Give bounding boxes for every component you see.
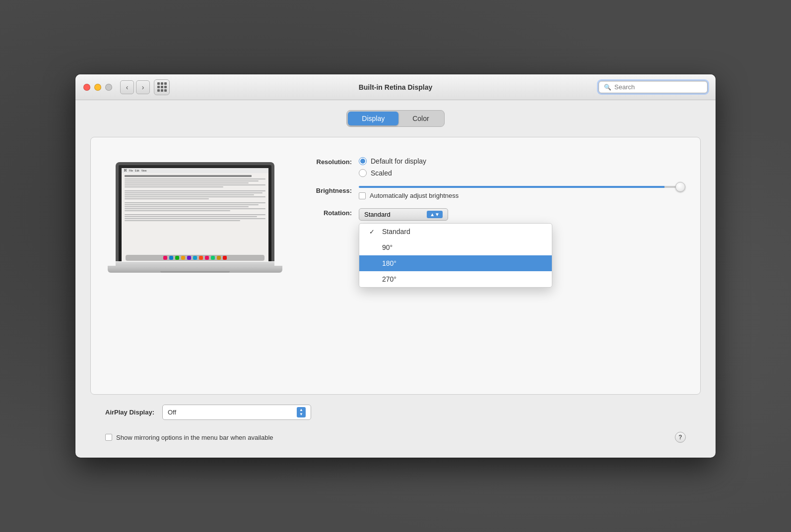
rotation-180-label: 180° — [382, 259, 396, 267]
up-arrow-icon: ▲ — [299, 408, 303, 412]
mirroring-checkbox[interactable] — [105, 434, 112, 441]
slider-thumb[interactable] — [675, 182, 685, 192]
minimize-button[interactable] — [94, 84, 101, 91]
rotation-option-180[interactable]: 180° — [359, 255, 552, 271]
rotation-standard-label: Standard — [382, 228, 410, 236]
auto-brightness-row[interactable]: Automatically adjust brightness — [359, 192, 680, 199]
rotation-option-270[interactable]: 270° — [359, 271, 552, 287]
tabs-row: Display Color — [90, 110, 701, 127]
checkmark-standard: ✓ — [369, 228, 377, 236]
macbook-base — [108, 266, 282, 273]
laptop-illustration: ⌘ File Edit View — [111, 152, 279, 283]
airplay-select[interactable]: Off ▲ ▼ — [162, 405, 311, 420]
tab-group: Display Color — [346, 110, 444, 127]
window-title: Built-in Retina Display — [359, 83, 433, 91]
search-box[interactable]: 🔍 — [598, 81, 708, 93]
resolution-row: Resolution: Default for display — [299, 157, 680, 177]
radio-default-inner — [360, 159, 365, 164]
rotation-current-value: Standard — [364, 211, 391, 218]
forward-button[interactable]: › — [136, 80, 150, 94]
mirroring-label: Show mirroring options in the menu bar w… — [116, 434, 273, 441]
down-arrow-icon: ▼ — [299, 413, 303, 416]
radio-scaled-circle[interactable] — [359, 169, 367, 177]
rotation-90-label: 90° — [382, 243, 393, 251]
rotation-row: Rotation: Standard ▲▼ ✓ — [299, 208, 680, 221]
resolution-option-default[interactable]: Default for display — [359, 157, 680, 165]
close-button[interactable] — [83, 84, 90, 91]
radio-default-circle[interactable] — [359, 157, 367, 165]
maximize-button[interactable] — [105, 84, 112, 91]
tab-color[interactable]: Color — [398, 112, 443, 125]
macbook-screen: ⌘ File Edit View — [122, 168, 268, 261]
bottom-section: AirPlay Display: Off ▲ ▼ Show mirroring … — [90, 395, 701, 443]
tab-display[interactable]: Display — [348, 112, 398, 125]
resolution-scaled-label: Scaled — [371, 169, 392, 177]
macbook-lid: ⌘ File Edit View — [116, 162, 274, 261]
back-button[interactable]: ‹ — [120, 80, 134, 94]
system-preferences-window: ‹ › Built-in Retina Display 🔍 Display — [75, 74, 716, 458]
rotation-label: Rotation: — [299, 208, 359, 217]
dropdown-arrow-icon: ▲▼ — [427, 211, 443, 218]
main-panel: ⌘ File Edit View — [90, 137, 701, 395]
airplay-value: Off — [168, 409, 176, 416]
forward-icon: › — [142, 83, 144, 91]
traffic-lights — [83, 84, 112, 91]
rotation-control: Standard ▲▼ ✓ Standard — [359, 208, 680, 221]
grid-icon — [157, 82, 167, 92]
airplay-arrows-icon: ▲ ▼ — [297, 407, 306, 417]
airplay-label: AirPlay Display: — [105, 409, 154, 416]
airplay-row: AirPlay Display: Off ▲ ▼ — [90, 395, 701, 430]
grid-button[interactable] — [154, 79, 170, 95]
help-button[interactable]: ? — [675, 432, 686, 443]
brightness-label: Brightness: — [299, 186, 359, 194]
macbook-dock — [126, 255, 264, 261]
back-icon: ‹ — [126, 83, 129, 91]
nav-buttons: ‹ › — [120, 80, 150, 94]
search-icon: 🔍 — [604, 84, 611, 91]
content-area: Display Color ⌘ File — [75, 100, 716, 458]
panel-inner: ⌘ File Edit View — [111, 152, 680, 283]
macbook-keyboard — [116, 262, 274, 266]
resolution-label: Resolution: — [299, 157, 359, 166]
rotation-dropdown-menu: ✓ Standard 90° 180° — [359, 223, 552, 288]
search-input[interactable] — [614, 83, 702, 91]
resolution-option-scaled[interactable]: Scaled — [359, 169, 680, 177]
resolution-control: Default for display Scaled — [359, 157, 680, 177]
brightness-row: Brightness: Automatically adjust brightn… — [299, 186, 680, 199]
rotation-option-90[interactable]: 90° — [359, 239, 552, 255]
mirroring-row: Show mirroring options in the menu bar w… — [90, 432, 701, 443]
brightness-slider[interactable] — [359, 186, 680, 188]
rotation-control-row: Standard ▲▼ ✓ Standard — [359, 208, 680, 221]
settings-area: Resolution: Default for display — [299, 152, 680, 230]
resolution-radio-group: Default for display Scaled — [359, 157, 680, 177]
rotation-option-standard[interactable]: ✓ Standard — [359, 224, 552, 239]
resolution-default-label: Default for display — [371, 157, 426, 165]
titlebar: ‹ › Built-in Retina Display 🔍 — [75, 74, 716, 100]
brightness-control: Automatically adjust brightness — [359, 186, 680, 199]
rotation-270-label: 270° — [382, 275, 396, 283]
auto-brightness-checkbox[interactable] — [359, 192, 366, 199]
macbook: ⌘ File Edit View — [116, 162, 274, 273]
auto-brightness-label: Automatically adjust brightness — [370, 192, 459, 199]
slider-track[interactable] — [359, 186, 680, 188]
rotation-dropdown-button[interactable]: Standard ▲▼ — [359, 208, 448, 221]
